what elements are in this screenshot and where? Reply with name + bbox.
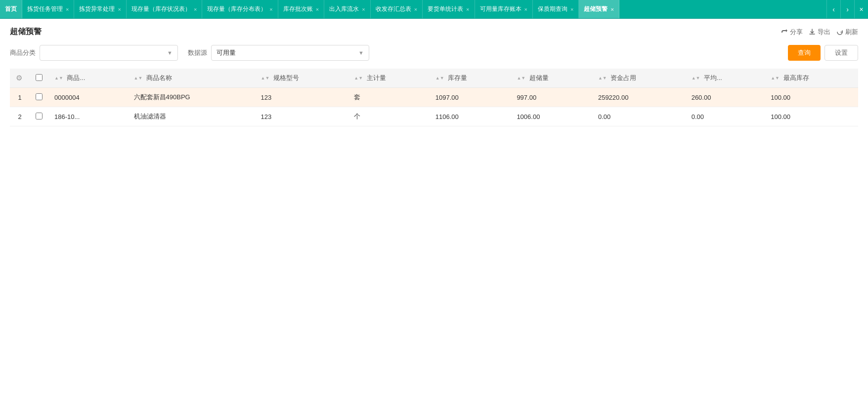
- filter-actions: 查询 设置: [788, 45, 858, 61]
- sort-icon-stock[interactable]: ▲▼: [435, 76, 444, 80]
- sort-icon-name[interactable]: ▲▼: [134, 76, 143, 80]
- row-code: 186-10...: [48, 107, 128, 126]
- row-checkbox[interactable]: [36, 93, 43, 100]
- close-tab-batch[interactable]: ×: [316, 6, 319, 12]
- table-header-stock: ▲▼ 库存量: [430, 69, 511, 88]
- row-capital: 259220.00: [592, 88, 686, 107]
- nav-arrows: ‹ › ×: [826, 0, 868, 19]
- nav-tab-stock-dist[interactable]: 现存量（库存分布表） ×: [202, 0, 278, 18]
- sort-icon-spec[interactable]: ▲▼: [261, 76, 270, 80]
- page-content: 超储预警 分享 导出 刷新: [0, 19, 868, 395]
- close-tab-collect[interactable]: ×: [414, 6, 417, 12]
- table-header-name: ▲▼ 商品名称: [128, 69, 255, 88]
- data-table: ⚙ ▲▼ 商品... ▲▼ 商品名称 ▲▼ 规格型号 ▲▼: [10, 69, 858, 126]
- table-header-capital: ▲▼ 资金占用: [592, 69, 686, 88]
- table-header-checkbox: [30, 69, 48, 88]
- sort-icon-max[interactable]: ▲▼: [771, 76, 780, 80]
- gear-icon[interactable]: ⚙: [16, 74, 22, 82]
- table-header-unit: ▲▼ 主计量: [348, 69, 430, 88]
- nav-tab-order-stat[interactable]: 要货单统计表 ×: [423, 0, 475, 18]
- header-actions: 分享 导出 刷新: [781, 28, 858, 37]
- nav-tab-stock-status[interactable]: 现存量（库存状况表） ×: [127, 0, 202, 18]
- export-action[interactable]: 导出: [809, 28, 830, 37]
- row-spec: 123: [255, 107, 348, 126]
- sort-icon-code[interactable]: ▲▼: [54, 76, 63, 80]
- row-max: 100.00: [765, 88, 858, 107]
- datasource-value: 可用量: [217, 48, 236, 57]
- table-header-spec: ▲▼ 规格型号: [255, 69, 348, 88]
- row-max: 100.00: [765, 107, 858, 126]
- table-header-overstock: ▲▼ 超储量: [511, 69, 592, 88]
- close-tab-abnormal[interactable]: ×: [118, 6, 121, 12]
- sort-icon-unit[interactable]: ▲▼: [354, 76, 363, 80]
- table-header-code: ▲▼ 商品...: [48, 69, 128, 88]
- row-code: 0000004: [48, 88, 128, 107]
- table-header-row: ⚙ ▲▼ 商品... ▲▼ 商品名称 ▲▼ 规格型号 ▲▼: [10, 69, 858, 88]
- row-index: 2: [10, 107, 30, 126]
- query-button[interactable]: 查询: [788, 45, 821, 61]
- close-tab-stock-dist[interactable]: ×: [269, 6, 272, 12]
- page-title: 超储预警: [10, 27, 42, 37]
- table-row: 2 186-10... 机油滤清器 123 个 1106.00 1006.00 …: [10, 107, 858, 126]
- nav-tab-abnormal[interactable]: 拣货异常处理 ×: [74, 0, 126, 18]
- table-header-max: ▲▼ 最高库存: [765, 69, 858, 88]
- nav-tab-task[interactable]: 拣货任务管理 ×: [22, 0, 74, 18]
- refresh-icon: [836, 29, 843, 36]
- row-index: 1: [10, 88, 30, 107]
- sort-icon-overstock[interactable]: ▲▼: [517, 76, 525, 80]
- nav-tab-expiry[interactable]: 保质期查询 ×: [533, 0, 579, 18]
- datasource-select[interactable]: 可用量 ▼: [211, 45, 369, 61]
- close-tab-avail-account[interactable]: ×: [524, 6, 527, 12]
- row-checkbox-cell: [30, 88, 48, 107]
- row-overstock: 997.00: [511, 88, 592, 107]
- filter-bar: 商品分类 ▼ 数据源 可用量 ▼ 查询 设置: [10, 45, 858, 61]
- category-label: 商品分类: [10, 48, 36, 57]
- close-tab-inout[interactable]: ×: [362, 6, 365, 12]
- sort-icon-capital[interactable]: ▲▼: [598, 76, 607, 80]
- refresh-action[interactable]: 刷新: [836, 28, 858, 37]
- row-stock: 1097.00: [430, 88, 511, 107]
- page-header: 超储预警 分享 导出 刷新: [10, 27, 858, 37]
- row-stock: 1106.00: [430, 107, 511, 126]
- nav-tab-overstock[interactable]: 超储预警 ×: [579, 0, 619, 18]
- top-nav: 首页 拣货任务管理 × 拣货异常处理 × 现存量（库存状况表） × 现存量（库存…: [0, 0, 868, 19]
- row-avg: 0.00: [686, 107, 765, 126]
- nav-close-btn[interactable]: ×: [854, 0, 868, 19]
- nav-tab-home[interactable]: 首页: [0, 0, 22, 18]
- close-tab-task[interactable]: ×: [66, 6, 69, 12]
- row-capital: 0.00: [592, 107, 686, 126]
- row-name: 机油滤清器: [128, 107, 255, 126]
- share-action[interactable]: 分享: [781, 28, 803, 37]
- nav-tab-collect[interactable]: 收发存汇总表 ×: [371, 0, 423, 18]
- nav-tab-batch[interactable]: 库存批次账 ×: [278, 0, 324, 18]
- table-header-gear: ⚙: [10, 69, 30, 88]
- nav-tab-inout[interactable]: 出入库流水 ×: [324, 0, 370, 18]
- close-tab-stock-status[interactable]: ×: [194, 6, 197, 12]
- settings-button[interactable]: 设置: [825, 45, 858, 61]
- nav-next-btn[interactable]: ›: [840, 0, 854, 19]
- datasource-filter: 数据源 可用量 ▼: [188, 45, 369, 61]
- nav-tab-avail-account[interactable]: 可用量库存账本 ×: [475, 0, 533, 18]
- row-checkbox-cell: [30, 107, 48, 126]
- row-avg: 260.00: [686, 88, 765, 107]
- row-overstock: 1006.00: [511, 107, 592, 126]
- category-select[interactable]: ▼: [40, 45, 178, 61]
- category-filter: 商品分类 ▼: [10, 45, 178, 61]
- category-chevron-icon: ▼: [167, 50, 173, 56]
- datasource-label: 数据源: [188, 48, 207, 57]
- row-name: 六配套新昌490BPG: [128, 88, 255, 107]
- row-checkbox[interactable]: [36, 113, 43, 119]
- export-icon: [809, 29, 816, 36]
- datasource-chevron-icon: ▼: [358, 50, 364, 56]
- table-body: 1 0000004 六配套新昌490BPG 123 套 1097.00 997.…: [10, 88, 858, 126]
- close-tab-expiry[interactable]: ×: [570, 6, 573, 12]
- share-icon: [781, 29, 788, 36]
- table-header-avg: ▲▼ 平均...: [686, 69, 765, 88]
- close-tab-overstock[interactable]: ×: [610, 6, 613, 12]
- row-unit: 个: [348, 107, 430, 126]
- select-all-checkbox[interactable]: [36, 74, 43, 81]
- nav-prev-btn[interactable]: ‹: [826, 0, 840, 19]
- table-row: 1 0000004 六配套新昌490BPG 123 套 1097.00 997.…: [10, 88, 858, 107]
- close-tab-order-stat[interactable]: ×: [466, 6, 469, 12]
- sort-icon-avg[interactable]: ▲▼: [692, 76, 700, 80]
